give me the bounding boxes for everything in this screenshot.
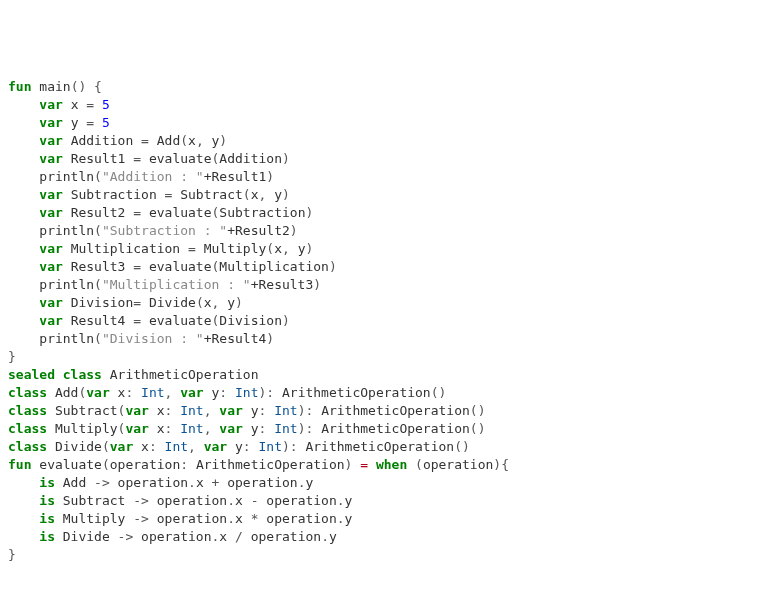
code-token: ) (282, 439, 290, 454)
code-line: is Multiply -> operation.x * operation.y (8, 510, 776, 528)
code-token: operation (266, 511, 336, 526)
code-token: "Division : " (102, 331, 204, 346)
code-token: var (39, 151, 70, 166)
code-token: + (227, 223, 235, 238)
code-token: Multiply (55, 421, 118, 436)
code-token: ( (94, 223, 102, 238)
code-token: Int (274, 421, 297, 436)
code-line: var Result1 = evaluate(Addition) (8, 150, 776, 168)
code-token: "Multiplication : " (102, 277, 251, 292)
code-token: operation (118, 475, 188, 490)
code-token: class (8, 385, 55, 400)
code-token: var (204, 439, 235, 454)
code-token: y (251, 403, 259, 418)
code-token: is (39, 475, 62, 490)
code-token: operation (157, 511, 227, 526)
code-block: fun main() { var x = 5 var y = 5 var Add… (8, 78, 776, 564)
code-token: var (39, 295, 70, 310)
code-token: . (337, 493, 345, 508)
code-line: println("Addition : "+Result1) (8, 168, 776, 186)
code-token: ) (345, 457, 361, 472)
code-token: y (251, 421, 259, 436)
code-token: ( (94, 169, 102, 184)
code-token: = (86, 97, 102, 112)
code-line: var y = 5 (8, 114, 776, 132)
code-token: x (219, 529, 235, 544)
code-token: ( (196, 295, 204, 310)
code-token: var (39, 241, 70, 256)
code-token: Subtraction (219, 205, 305, 220)
code-token: ) (282, 313, 290, 328)
code-token: var (110, 439, 141, 454)
code-token: -> (133, 493, 156, 508)
code-token: operation (266, 493, 336, 508)
code-token: Multiply (204, 241, 267, 256)
code-token: println (39, 223, 94, 238)
code-line: } (8, 348, 776, 366)
code-token: , (165, 385, 181, 400)
code-token: ) (282, 187, 290, 202)
code-line: fun evaluate(operation: ArithmeticOperat… (8, 456, 776, 474)
code-token: sealed class (8, 367, 110, 382)
code-line: println("Division : "+Result4) (8, 330, 776, 348)
code-token: + (212, 475, 228, 490)
code-token: var (39, 187, 70, 202)
code-line: var Result4 = evaluate(Division) (8, 312, 776, 330)
code-token: } (8, 547, 16, 562)
code-token: ( (266, 241, 274, 256)
code-token: - (251, 493, 267, 508)
code-line: var Division= Divide(x, y) (8, 294, 776, 312)
code-token: var (39, 259, 70, 274)
code-token: : (243, 439, 259, 454)
code-token: x (188, 133, 196, 148)
code-token: , (204, 403, 220, 418)
code-token: var (86, 385, 117, 400)
code-line: class Add(var x: Int, var y: Int): Arith… (8, 384, 776, 402)
code-token: var (125, 403, 156, 418)
code-token: : (165, 421, 181, 436)
code-token: var (39, 133, 70, 148)
code-token: evaluate (39, 457, 102, 472)
code-token: is (39, 529, 62, 544)
code-token: Add (63, 475, 94, 490)
code-token: Result1 (212, 169, 267, 184)
code-token: var (125, 421, 156, 436)
code-token: = (133, 313, 149, 328)
code-token: operation (141, 529, 211, 544)
code-token: "Subtraction : " (102, 223, 227, 238)
code-line: var Multiplication = Multiply(x, y) (8, 240, 776, 258)
code-token: x (274, 241, 282, 256)
code-token: Result2 (71, 205, 134, 220)
code-token: ArithmeticOperation (282, 385, 431, 400)
code-token: . (321, 529, 329, 544)
code-token: Int (274, 403, 297, 418)
code-token: y (329, 529, 337, 544)
code-token: = (188, 241, 204, 256)
code-token: 5 (102, 115, 110, 130)
code-token: : (290, 439, 306, 454)
code-token: var (39, 313, 70, 328)
code-token: -> (94, 475, 117, 490)
code-token: () (431, 385, 447, 400)
code-token: operation (110, 457, 180, 472)
code-token: operation (157, 493, 227, 508)
code-token: Subtraction (71, 187, 165, 202)
code-token: : (305, 421, 321, 436)
code-token: Int (259, 439, 282, 454)
code-token: class (8, 403, 55, 418)
code-token: evaluate (149, 205, 212, 220)
code-token: fun (8, 457, 39, 472)
code-token: Result2 (235, 223, 290, 238)
code-token: ArithmeticOperation (196, 457, 345, 472)
code-token: ) (219, 133, 227, 148)
code-token: . (227, 493, 235, 508)
code-token: ( (243, 187, 251, 202)
code-line: var Result2 = evaluate(Subtraction) (8, 204, 776, 222)
code-token: + (204, 169, 212, 184)
code-token: y (235, 439, 243, 454)
code-line: class Subtract(var x: Int, var y: Int): … (8, 402, 776, 420)
code-token: y (345, 511, 353, 526)
code-token: Int (165, 439, 188, 454)
code-token: x (235, 493, 251, 508)
code-token: println (39, 277, 94, 292)
